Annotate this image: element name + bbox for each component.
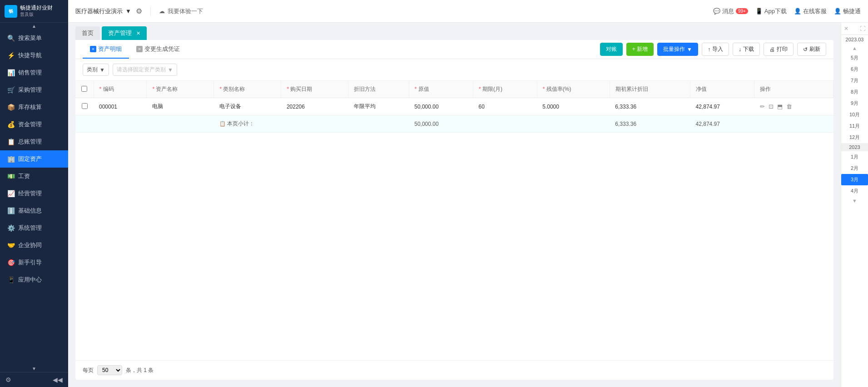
category-select-input[interactable]: 请选择固定资产类别 ▼ — [113, 64, 177, 76]
scroll-down-months[interactable]: ▼ — [841, 197, 868, 205]
sidebar-item-label: 总账管理 — [18, 138, 42, 146]
delete-icon[interactable]: 🗑 — [786, 103, 792, 110]
tab-home[interactable]: 首页 — [75, 26, 100, 40]
month-11[interactable]: 11月 — [841, 120, 868, 132]
batch-ops-button[interactable]: 批量操作 ▼ — [657, 43, 698, 56]
new-button[interactable]: + 新增 — [626, 43, 654, 56]
sidebar-item-purchase[interactable]: 🛒 采购管理 — [0, 81, 68, 99]
row-checkbox[interactable] — [82, 103, 88, 109]
sidebar-item-basic-info[interactable]: ℹ️ 基础信息 — [0, 202, 68, 219]
month-9[interactable]: 9月 — [841, 98, 868, 109]
category-input-arrow: ▼ — [168, 67, 173, 73]
sidebar-item-inventory[interactable]: 📦 库存核算 — [0, 99, 68, 116]
sidebar-item-label: 采购管理 — [18, 86, 42, 94]
subtotal-empty-6 — [754, 115, 833, 133]
online-service-button[interactable]: 👤 在线客服 — [794, 7, 827, 15]
month-1[interactable]: 1月 — [841, 151, 868, 163]
copy-icon[interactable]: ⊡ — [769, 103, 774, 110]
app-download-button[interactable]: 📱 App下载 — [755, 7, 787, 15]
batch-ops-dropdown-icon: ▼ — [687, 46, 692, 53]
experience-link[interactable]: ☁ 我要体验一下 — [159, 7, 203, 15]
select-all-checkbox[interactable] — [81, 86, 87, 92]
per-page-label: 每页 — [83, 367, 94, 374]
sidebar-item-search[interactable]: 🔍 搜索菜单 — [0, 30, 68, 47]
pagination: 每页 50 10 20 100 条，共 1 条 — [75, 360, 833, 380]
sidebar-item-sales[interactable]: 📊 销售管理 — [0, 64, 68, 81]
right-panel-header: ✕ ⛶ — [841, 23, 868, 35]
th-category: 类别名称 — [214, 81, 281, 98]
logo-text-group: 畅捷通好业财 普及版 — [20, 5, 53, 18]
subtotal-original-value: 50,000.00 — [409, 115, 473, 133]
refresh-button[interactable]: ↺ 刷新 — [797, 43, 826, 56]
sidebar-item-guide[interactable]: 🎯 新手引导 — [0, 254, 68, 271]
month-7[interactable]: 7月 — [841, 75, 868, 86]
asset-detail-icon: ≡ — [90, 46, 96, 52]
action-icons: ✏ ⊡ ⬒ 🗑 — [760, 103, 828, 110]
subtotal-initial-accumulated: 6,333.36 — [610, 115, 690, 133]
tabs-row: 首页 资产管理 ✕ — [68, 23, 841, 40]
sidebar-scroll-up[interactable]: ▲ — [0, 23, 68, 30]
sidebar-item-app-center[interactable]: 📱 应用中心 — [0, 271, 68, 288]
category-filter[interactable]: 类别 ▼ — [83, 64, 109, 76]
month-4[interactable]: 4月 — [841, 185, 868, 197]
sidebar-item-enterprise[interactable]: 🤝 企业协同 — [0, 237, 68, 254]
subtotal-empty-3 — [147, 115, 214, 133]
sidebar-item-finance[interactable]: 💰 资金管理 — [0, 116, 68, 133]
td-code: 000001 — [94, 98, 147, 115]
settings-icon[interactable]: ⚙ — [136, 7, 142, 15]
download-label: 下载 — [743, 45, 754, 53]
sidebar: 畅 畅捷通好业财 普及版 ▲ 🔍 搜索菜单 ⚡ 快捷导航 📊 销售管理 🛒 采购… — [0, 0, 68, 387]
td-action: ✏ ⊡ ⬒ 🗑 — [754, 98, 833, 115]
import-button[interactable]: ↑ 导入 — [702, 43, 729, 56]
message-button[interactable]: 💬 消息 99+ — [713, 7, 748, 15]
sidebar-item-system[interactable]: ⚙️ 系统管理 — [0, 219, 68, 237]
month-8[interactable]: 8月 — [841, 86, 868, 98]
sidebar-item-label: 企业协同 — [18, 241, 42, 249]
month-10[interactable]: 10月 — [841, 109, 868, 120]
scroll-up-months[interactable]: ▲ — [841, 44, 868, 52]
message-badge: 99+ — [736, 8, 748, 14]
settings-icon[interactable]: ⚙ — [5, 376, 11, 383]
logo-icon: 畅 — [5, 5, 17, 18]
close-panel-icon[interactable]: ✕ — [844, 25, 848, 32]
month-3-current[interactable]: 3月 — [841, 174, 868, 185]
expand-panel-icon[interactable]: ⛶ — [860, 25, 865, 32]
month-5[interactable]: 5月 — [841, 52, 868, 64]
sidebar-item-fixed-assets[interactable]: 🏢 固定资产 — [0, 150, 68, 168]
sub-tab-asset-detail[interactable]: ≡ 资产明细 — [83, 40, 129, 59]
th-term: 期限(月) — [473, 81, 537, 98]
print-button[interactable]: 🖨 打印 — [764, 43, 794, 56]
td-residual-rate: 5.0000 — [537, 98, 610, 115]
guide-icon: 🎯 — [7, 259, 15, 266]
user-avatar-button[interactable]: 👤 畅捷通 — [834, 7, 861, 15]
export-icon[interactable]: ⬒ — [777, 103, 783, 110]
company-selector[interactable]: 医疗器械行业演示 ▼ — [75, 7, 131, 15]
app-center-icon: 📱 — [7, 276, 15, 283]
month-2[interactable]: 2月 — [841, 163, 868, 174]
sidebar-item-quick-nav[interactable]: ⚡ 快捷导航 — [0, 47, 68, 64]
sidebar-item-business[interactable]: 📈 经营管理 — [0, 185, 68, 202]
month-6[interactable]: 6月 — [841, 64, 868, 75]
tab-asset-management[interactable]: 资产管理 ✕ — [102, 26, 147, 40]
category-placeholder: 请选择固定资产类别 — [117, 66, 166, 74]
import-icon: ↑ — [708, 46, 710, 53]
sidebar-item-general[interactable]: 📋 总账管理 — [0, 133, 68, 150]
download-button[interactable]: ↓ 下载 — [733, 43, 760, 56]
collapse-icon[interactable]: ◀◀ — [53, 376, 63, 383]
per-page-select[interactable]: 50 10 20 100 — [97, 365, 122, 375]
sub-tab-change-voucher[interactable]: ≡ 变更生成凭证 — [129, 40, 187, 59]
sidebar-scroll-down[interactable]: ▼ — [0, 365, 68, 372]
th-action: 操作 — [754, 81, 833, 98]
subtotal-empty-2 — [94, 115, 147, 133]
month-12[interactable]: 12月 — [841, 132, 868, 143]
username: 畅捷通 — [843, 7, 861, 15]
reconcile-button[interactable]: 对账 — [600, 43, 623, 56]
edit-icon[interactable]: ✏ — [760, 103, 765, 110]
sidebar-item-salary[interactable]: 💵 工资 — [0, 168, 68, 185]
page-content: 首页 资产管理 ✕ ≡ 资产明细 ≡ 变更生成凭证 — [68, 23, 841, 387]
tab-close-icon[interactable]: ✕ — [136, 30, 140, 36]
sidebar-item-label: 固定资产 — [18, 155, 42, 163]
asset-table: 编码 资产名称 类别名称 购买日期 折旧方法 原值 期限(月) 残值率(%) 期… — [75, 81, 833, 133]
change-voucher-icon: ≡ — [136, 46, 143, 52]
sub-tab-asset-detail-label: 资产明细 — [98, 45, 122, 53]
